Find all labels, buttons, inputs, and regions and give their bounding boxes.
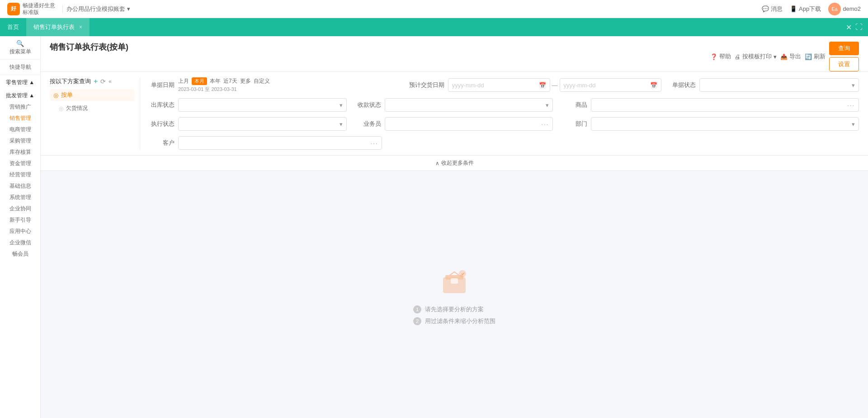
tip-num-2: 2: [413, 317, 421, 325]
sidebar-item-member[interactable]: 畅会员: [0, 248, 40, 260]
expected-date-start[interactable]: yyyy-mm-dd 📅: [448, 78, 550, 92]
salesperson-more-icon[interactable]: ···: [541, 121, 549, 128]
tip-num-1: 1: [413, 305, 421, 314]
empty-tips: 1 请先选择要分析的方案 2 用过滤条件来缩小分析范围: [413, 305, 495, 325]
sidebar-item-purchase[interactable]: 采购管理: [0, 135, 40, 147]
custom-date-option[interactable]: 自定义: [254, 77, 270, 85]
sidebar-item-apps[interactable]: 应用中心: [0, 226, 40, 237]
refresh-icon: 🔄: [805, 53, 812, 60]
tab-home[interactable]: 首页: [0, 18, 26, 36]
export-button[interactable]: 📤 导出: [780, 42, 801, 71]
tab-close-icon[interactable]: ×: [79, 24, 82, 30]
collapse-plan-icon[interactable]: «: [108, 78, 112, 85]
status-dropdown[interactable]: ▾: [699, 78, 859, 92]
collapse-icon: ∧: [435, 160, 439, 166]
chevron-down-icon: ▾: [546, 102, 549, 109]
sidebar-item-marketing[interactable]: 营销推广: [0, 101, 40, 113]
print-dropdown-icon: ▾: [774, 53, 777, 60]
sidebar-item-sales[interactable]: 销售管理: [0, 113, 40, 124]
print-icon: 🖨: [735, 53, 741, 60]
execution-dropdown[interactable]: ▾: [178, 117, 347, 131]
empty-tip-2: 2 用过滤条件来缩小分析范围: [413, 317, 495, 325]
sidebar-item-operations[interactable]: 经营管理: [0, 169, 40, 180]
filter-field-salesperson: 业务员 ···: [354, 117, 553, 131]
empty-tip-1: 1 请先选择要分析的方案: [413, 305, 495, 314]
sidebar-item-system[interactable]: 系统管理: [0, 192, 40, 203]
quick-nav[interactable]: 快捷导航: [0, 60, 40, 75]
payment-label: 收款状态: [354, 101, 381, 109]
sidebar-item-inventory[interactable]: 库存核算: [0, 147, 40, 158]
tab-sales-order[interactable]: 销售订单执行表 ×: [26, 18, 90, 36]
product-label: 商品: [560, 101, 587, 109]
filter-field-department: 部门 ▾: [560, 117, 859, 131]
customer-more-icon[interactable]: ···: [371, 140, 378, 147]
salesperson-input[interactable]: ···: [385, 117, 553, 131]
chevron-down-icon: ▾: [340, 121, 343, 128]
department-dropdown[interactable]: ▾: [591, 117, 859, 131]
top-bar-right: 💬 消息 📱 App下载 Ea demo2: [762, 3, 861, 15]
sub-item-shortage[interactable]: ◎ 欠货情况: [50, 103, 134, 114]
this-year-option[interactable]: 本年: [210, 77, 221, 85]
main-layout: 🔍 搜索菜单 快捷导航 零售管理 ▲ 批发管理 ▲ 营销推广 销售管理 电商管理…: [0, 36, 868, 418]
message-icon: 💬: [762, 5, 769, 12]
filter-fields: 单据日期 上月 本月 本年 近7天 更多 自定义: [140, 77, 859, 150]
customer-label: 客户: [147, 139, 175, 147]
more-date-option[interactable]: 更多: [240, 77, 251, 85]
collapse-bar[interactable]: ∧ 收起更多条件: [41, 156, 868, 171]
refresh-plan-icon[interactable]: ⟳: [100, 78, 106, 85]
this-month-tag[interactable]: 本月: [192, 77, 207, 85]
date-range-text: 2023-03-01 至 2023-03-31: [178, 86, 401, 93]
filter-row-2: 出库状态 ▾ 收款状态 ▾: [147, 98, 859, 112]
sidebar-item-finance[interactable]: 资金管理: [0, 158, 40, 169]
customer-input[interactable]: ···: [178, 136, 382, 150]
execution-label: 执行状态: [147, 120, 175, 128]
sidebar-item-guide[interactable]: 新手引导: [0, 214, 40, 226]
plan-item-order[interactable]: ◎ 按单: [50, 89, 134, 101]
salesperson-label: 业务员: [354, 120, 381, 128]
print-button[interactable]: 🖨 按模板打印 ▾: [735, 42, 777, 71]
page-title: 销售订单执行表(按单): [50, 42, 128, 58]
filter-field-customer: 客户 ···: [147, 136, 382, 150]
query-button[interactable]: 查询: [829, 42, 859, 55]
settings-button[interactable]: 设置: [829, 57, 859, 71]
department-label: 部门: [560, 120, 587, 128]
app-selector[interactable]: 办公用品行业模拟账套 ▾: [62, 5, 134, 13]
help-button[interactable]: ❓ 帮助: [710, 42, 731, 71]
download-icon: 📱: [790, 5, 797, 12]
app-download-button[interactable]: 📱 App下载: [790, 5, 821, 13]
chevron-down-icon: ▾: [127, 5, 130, 12]
filter-field-product: 商品 ···: [560, 98, 859, 112]
logo-area: 好 畅捷通好生意 标准版: [7, 2, 55, 15]
filter-field-execution: 执行状态 ▾: [147, 117, 347, 131]
top-bar: 好 畅捷通好生意 标准版 办公用品行业模拟账套 ▾ 💬 消息 📱 App下载 E…: [0, 0, 868, 18]
logo-icon: 好: [7, 3, 20, 15]
message-button[interactable]: 💬 消息: [762, 5, 783, 13]
filter-panel: 按以下方案查询 + ⟳ « ◎ 按单 ◎ 欠货情况: [41, 72, 868, 156]
page-header-actions: ❓ 帮助 🖨 按模板打印 ▾ 📤 导出 🔄 刷新 查询: [710, 42, 859, 71]
filter-field-date: 单据日期 上月 本月 本年 近7天 更多 自定义: [147, 77, 401, 93]
window-maximize-icon[interactable]: ⛶: [855, 23, 863, 31]
svg-rect-2: [451, 278, 458, 284]
sidebar-item-enterprise[interactable]: 企业协同: [0, 203, 40, 214]
add-plan-icon[interactable]: +: [94, 77, 98, 86]
last-month-option[interactable]: 上月: [178, 77, 189, 85]
product-more-icon[interactable]: ···: [847, 102, 855, 109]
filter-layout: 按以下方案查询 + ⟳ « ◎ 按单 ◎ 欠货情况: [50, 77, 859, 150]
product-input[interactable]: ···: [591, 98, 859, 112]
chevron-down-icon: ▾: [852, 121, 855, 128]
payment-dropdown[interactable]: ▾: [385, 98, 553, 112]
collapse-button[interactable]: ∧ 收起更多条件: [435, 159, 474, 167]
sidebar-item-ecommerce[interactable]: 电商管理: [0, 124, 40, 135]
sidebar-item-basic-info[interactable]: 基础信息: [0, 180, 40, 192]
refresh-button[interactable]: 🔄 刷新: [805, 42, 826, 71]
last7-option[interactable]: 近7天: [223, 77, 237, 85]
delivery-dropdown[interactable]: ▾: [178, 98, 347, 112]
user-menu[interactable]: Ea demo2: [828, 3, 861, 15]
sidebar-item-retail[interactable]: 零售管理 ▲: [0, 75, 40, 88]
sidebar-item-wholesale[interactable]: 批发管理 ▲: [0, 88, 40, 101]
expected-date-end[interactable]: yyyy-mm-dd 📅: [560, 78, 662, 92]
window-close-icon[interactable]: ✕: [846, 23, 852, 32]
search-menu[interactable]: 🔍 搜索菜单: [0, 36, 40, 60]
sidebar-item-wechat[interactable]: 企业微信: [0, 237, 40, 248]
avatar: Ea: [828, 3, 841, 15]
